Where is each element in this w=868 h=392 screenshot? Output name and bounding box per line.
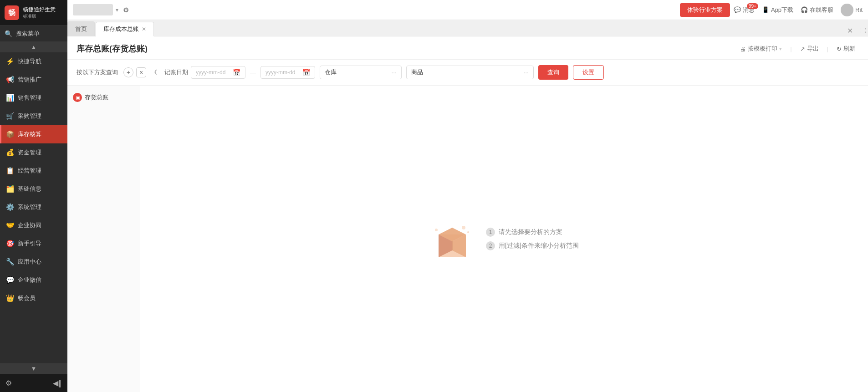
more-icon: ··· bbox=[391, 69, 397, 76]
close-panel-icon[interactable]: ✕ bbox=[845, 25, 855, 36]
empty-illustration bbox=[429, 216, 475, 262]
marketing-icon: 📢 bbox=[6, 76, 14, 84]
online-service-item[interactable]: 🎧 在线客服 bbox=[801, 6, 833, 14]
print-label: 按模板打印 bbox=[748, 45, 777, 53]
sidebar-item-label: 企业协同 bbox=[18, 221, 41, 229]
filter-row: 按以下方案查询 + × 《 记账日期 yyyy-mm-dd 📅 — bbox=[77, 65, 859, 80]
sidebar-item-label: 营销推广 bbox=[18, 76, 41, 84]
filter-add-button[interactable]: + bbox=[123, 67, 133, 77]
sidebar-item-quick-nav[interactable]: ⚡ 快捷导航 bbox=[0, 52, 67, 71]
export-btn[interactable]: ↗ 导出 bbox=[797, 43, 822, 55]
goods-select[interactable]: 商品 ··· bbox=[406, 66, 534, 79]
scheme-item-icon: ▣ bbox=[73, 93, 82, 102]
search-menu[interactable]: 🔍 搜索菜单 bbox=[0, 26, 67, 42]
print-btn[interactable]: 🖨 按模板打印 ▾ bbox=[736, 43, 786, 55]
scheme-item-inventory-total[interactable]: ▣ 存货总账 bbox=[67, 89, 140, 106]
goods-field-group: 商品 ··· bbox=[406, 66, 534, 79]
sidebar-item-guide[interactable]: 🎯 新手引导 bbox=[0, 234, 67, 253]
warehouse-select[interactable]: 仓库 ··· bbox=[320, 66, 402, 79]
sidebar-item-wechat[interactable]: 💬 企业微信 bbox=[0, 271, 67, 289]
filter-fields: 记账日期 yyyy-mm-dd 📅 — yyyy-mm-dd 📅 bbox=[164, 65, 859, 80]
topbar: ▾ ⚙ 体验行业方案 💬 消息 99+ 📱 App下载 🎧 在线客服 Rit bbox=[67, 0, 868, 20]
sidebar-item-system[interactable]: ⚙️ 系统管理 bbox=[0, 198, 67, 216]
app-download-label: App下载 bbox=[771, 6, 793, 14]
system-icon: ⚙️ bbox=[6, 203, 14, 211]
filter-collapse-button[interactable]: 《 bbox=[149, 67, 159, 77]
query-button[interactable]: 查询 bbox=[538, 65, 568, 80]
warehouse-field-group: 仓库 ··· bbox=[320, 66, 402, 79]
user-area bbox=[73, 4, 113, 15]
tab-inventory-ledger[interactable]: 库存成本总账 ✕ bbox=[96, 22, 154, 36]
sidebar-item-label: 新手引导 bbox=[18, 239, 41, 248]
scroll-up-btn[interactable]: ▲ bbox=[0, 42, 67, 52]
sidebar-item-inventory[interactable]: 📦 库存核算 bbox=[0, 125, 67, 143]
tip-text-2: 用[过滤]条件来缩小分析范围 bbox=[499, 242, 579, 250]
sidebar-item-operation[interactable]: 📋 经营管理 bbox=[0, 162, 67, 180]
member-icon: 👑 bbox=[6, 294, 14, 302]
audio-icon[interactable]: ◀‖ bbox=[53, 379, 62, 387]
box-icon: ▣ bbox=[76, 95, 80, 100]
phone-icon: 📱 bbox=[762, 6, 769, 13]
scroll-down-btn[interactable]: ▼ bbox=[0, 363, 67, 374]
refresh-label: 刷新 bbox=[843, 45, 855, 53]
sidebar-item-label: 快捷导航 bbox=[18, 57, 41, 66]
message-icon: 💬 bbox=[734, 6, 741, 13]
settings-button[interactable]: 设置 bbox=[573, 65, 604, 80]
goods-label: 商品 bbox=[411, 68, 423, 76]
dropdown-arrow-icon[interactable]: ▾ bbox=[116, 7, 118, 13]
sidebar-item-label: 应用中心 bbox=[18, 258, 41, 266]
user-avatar-area[interactable]: Rit bbox=[841, 4, 863, 16]
sidebar-item-label: 销售管理 bbox=[18, 94, 41, 102]
enterprise-icon: 🤝 bbox=[6, 221, 14, 229]
date-end-placeholder: yyyy-mm-dd bbox=[266, 69, 295, 76]
date-separator: — bbox=[248, 69, 258, 76]
sidebar-item-finance[interactable]: 💰 资金管理 bbox=[0, 143, 67, 162]
trial-button[interactable]: 体验行业方案 bbox=[680, 3, 730, 17]
tip-num-1: 1 bbox=[486, 228, 495, 237]
avatar bbox=[841, 4, 853, 16]
close-tab-icon[interactable]: ✕ bbox=[142, 26, 146, 32]
gear-icon[interactable]: ⚙ bbox=[121, 4, 131, 16]
tab-inventory-label: 库存成本总账 bbox=[103, 25, 139, 33]
finance-icon: 💰 bbox=[6, 148, 14, 157]
tab-home-label: 首页 bbox=[75, 25, 87, 33]
refresh-btn[interactable]: ↻ 刷新 bbox=[833, 43, 859, 55]
svg-point-7 bbox=[435, 229, 438, 231]
sidebar-nav: ⚡ 快捷导航 📢 营销推广 📊 销售管理 🛒 采购管理 📦 库存核算 💰 资金管… bbox=[0, 52, 67, 363]
sales-icon: 📊 bbox=[6, 94, 14, 102]
sidebar-item-apps[interactable]: 🔧 应用中心 bbox=[0, 253, 67, 271]
app-sub: 标准版 bbox=[23, 13, 56, 20]
expand-icon[interactable]: ⛶ bbox=[858, 26, 868, 35]
page-actions: 🖨 按模板打印 ▾ | ↗ 导出 | ↻ 刷新 bbox=[736, 43, 859, 55]
settings-icon[interactable]: ⚙ bbox=[5, 379, 12, 387]
sidebar: 畅 畅捷通好生意 标准版 🔍 搜索菜单 ▲ ⚡ 快捷导航 📢 营销推广 📊 销售… bbox=[0, 0, 67, 392]
guide-icon: 🎯 bbox=[6, 239, 14, 248]
sidebar-item-label: 采购管理 bbox=[18, 112, 41, 120]
sidebar-item-enterprise[interactable]: 🤝 企业协同 bbox=[0, 216, 67, 234]
scheme-item-label: 存货总账 bbox=[85, 93, 108, 102]
filter-remove-button[interactable]: × bbox=[136, 67, 146, 77]
logo-area: 畅 畅捷通好生意 标准版 bbox=[0, 0, 67, 26]
filter-label-text: 按以下方案查询 bbox=[77, 68, 118, 76]
message-item[interactable]: 💬 消息 99+ bbox=[734, 6, 755, 14]
sidebar-item-sales[interactable]: 📊 销售管理 bbox=[0, 89, 67, 107]
filter-label: 按以下方案查询 bbox=[77, 68, 118, 76]
refresh-icon: ↻ bbox=[837, 46, 842, 52]
app-download-item[interactable]: 📱 App下载 bbox=[762, 6, 793, 14]
sidebar-item-label: 资金管理 bbox=[18, 148, 41, 157]
sidebar-item-member[interactable]: 👑 畅会员 bbox=[0, 289, 67, 307]
sidebar-item-label: 基础信息 bbox=[18, 185, 41, 193]
tab-home[interactable]: 首页 bbox=[67, 21, 95, 36]
headset-icon: 🎧 bbox=[801, 6, 808, 13]
page-header: 库存总账(存货总账) 🖨 按模板打印 ▾ | ↗ 导出 | ↻ 刷新 bbox=[67, 36, 868, 60]
sidebar-item-label: 畅会员 bbox=[18, 294, 36, 302]
app-name: 畅捷通好生意 bbox=[23, 6, 56, 14]
sidebar-item-basic[interactable]: 🗂️ 基础信息 bbox=[0, 180, 67, 198]
date-start-input[interactable]: yyyy-mm-dd 📅 bbox=[191, 66, 245, 79]
export-label: 导出 bbox=[807, 45, 819, 53]
sidebar-item-purchase[interactable]: 🛒 采购管理 bbox=[0, 107, 67, 125]
sidebar-item-marketing[interactable]: 📢 营销推广 bbox=[0, 71, 67, 89]
scheme-panel: ▣ 存货总账 bbox=[67, 86, 140, 392]
calendar-start-icon: 📅 bbox=[233, 69, 240, 76]
date-end-input[interactable]: yyyy-mm-dd 📅 bbox=[260, 66, 315, 79]
